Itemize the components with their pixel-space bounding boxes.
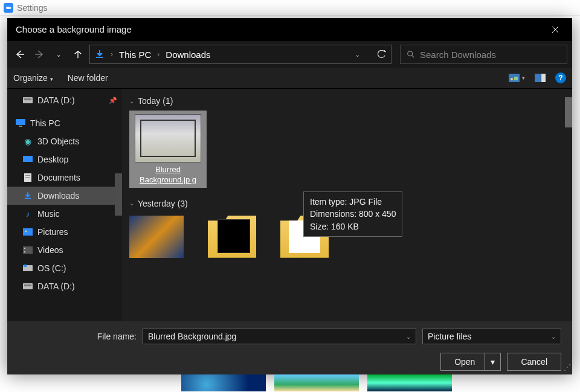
dialog-title-text: Choose a background image: [16, 24, 132, 34]
pin-icon: 📌: [109, 97, 117, 104]
svg-rect-6: [541, 74, 546, 82]
file-thumbnail: [135, 114, 201, 162]
svg-rect-9: [16, 119, 25, 125]
svg-point-17: [25, 231, 27, 233]
address-history-dropdown[interactable]: ⌄: [355, 51, 360, 59]
tooltip-size: Size: 160 KB: [310, 220, 396, 233]
tree-item-documents[interactable]: Documents: [7, 169, 122, 187]
svg-rect-8: [24, 98, 31, 100]
svg-point-3: [511, 78, 513, 80]
svg-rect-15: [25, 198, 31, 199]
resize-grip[interactable]: ⋰: [564, 364, 571, 371]
chevron-right-icon: ›: [111, 50, 113, 59]
downloads-icon: [23, 191, 33, 201]
cancel-button[interactable]: Cancel: [507, 353, 561, 371]
svg-rect-10: [19, 126, 22, 127]
breadcrumb-root[interactable]: This PC: [119, 50, 151, 60]
drive-icon: [23, 95, 33, 105]
file-name-label: Blurred Background.jp g: [132, 165, 204, 185]
svg-rect-16: [23, 228, 33, 236]
nav-back-button[interactable]: [12, 45, 28, 64]
preview-pane-button[interactable]: [535, 74, 546, 82]
tree-item-3d-objects[interactable]: ◉3D Objects: [7, 132, 122, 150]
svg-rect-20: [24, 251, 25, 252]
nav-up-button[interactable]: [70, 45, 86, 64]
search-placeholder: Search Downloads: [420, 50, 496, 60]
help-button[interactable]: ?: [555, 72, 566, 83]
svg-point-1: [408, 51, 413, 56]
folder-item[interactable]: [208, 216, 256, 258]
chevron-down-icon: ⌄: [551, 333, 556, 340]
documents-icon: [23, 173, 33, 182]
file-tooltip: Item type: JPG File Dimensions: 800 x 45…: [303, 191, 402, 237]
tree-scrollbar[interactable]: [115, 173, 122, 216]
this-pc-icon: [16, 118, 25, 128]
tree-item-music[interactable]: ♪Music: [7, 205, 122, 223]
settings-titlebar: Settings: [0, 0, 580, 16]
bg-thumb[interactable]: [367, 374, 452, 391]
downloads-icon: [95, 50, 105, 59]
tree-item-pinned[interactable]: DATA (D:) 📌: [7, 91, 122, 109]
tree-item-desktop[interactable]: Desktop: [7, 150, 122, 169]
cube-icon: ◉: [23, 137, 33, 146]
file-list: ⌄Today (1) Blurred Background.jp g Item …: [122, 89, 572, 321]
open-split-dropdown[interactable]: ▾: [485, 353, 500, 370]
svg-rect-18: [23, 246, 33, 254]
videos-icon: [23, 245, 33, 255]
open-button[interactable]: Open ▾: [440, 353, 501, 371]
close-button[interactable]: [547, 21, 564, 38]
refresh-button[interactable]: [378, 50, 386, 59]
search-input[interactable]: Search Downloads: [400, 45, 567, 64]
navigation-tree: DATA (D:) 📌 This PC ◉3D Objects Desktop …: [7, 89, 122, 321]
search-icon: [407, 50, 415, 59]
tree-item-videos[interactable]: Videos: [7, 241, 122, 259]
content-scrollbar[interactable]: [565, 97, 572, 127]
svg-rect-0: [96, 57, 103, 58]
desktop-icon: [23, 155, 33, 164]
dialog-titlebar: Choose a background image: [7, 18, 572, 41]
file-open-dialog: Choose a background image ⌄ › This PC: [7, 18, 572, 372]
tree-item-os-drive[interactable]: OS (C:): [7, 259, 122, 277]
bg-thumb[interactable]: [274, 374, 359, 391]
tree-item-this-pc[interactable]: This PC: [7, 114, 122, 132]
nav-forward-button[interactable]: [31, 45, 47, 64]
tree-item-downloads[interactable]: Downloads: [7, 187, 122, 205]
music-icon: ♪: [23, 209, 33, 219]
chevron-down-icon: ⌄: [129, 98, 134, 104]
svg-rect-11: [23, 156, 33, 162]
breadcrumb-leaf[interactable]: Downloads: [166, 50, 210, 60]
file-item-selected[interactable]: Blurred Background.jp g: [129, 111, 207, 188]
organize-menu[interactable]: Organize ▾: [13, 73, 53, 83]
group-header-today[interactable]: ⌄Today (1): [129, 96, 565, 106]
nav-recent-dropdown[interactable]: ⌄: [51, 45, 66, 64]
view-mode-dropdown[interactable]: ▾: [509, 74, 525, 82]
chevron-right-icon: ›: [157, 50, 160, 59]
tooltip-dimensions: Dimensions: 800 x 450: [310, 208, 396, 220]
chevron-down-icon: ⌄: [129, 200, 134, 207]
new-folder-button[interactable]: New folder: [68, 73, 108, 83]
filename-input[interactable]: Blurred Background.jpg ⌄: [143, 329, 416, 344]
tree-item-data-drive[interactable]: DATA (D:): [7, 277, 122, 295]
svg-rect-22: [24, 265, 27, 267]
settings-title-text: Settings: [17, 3, 48, 13]
bg-thumb[interactable]: [181, 374, 266, 391]
file-item[interactable]: [129, 216, 184, 258]
svg-rect-4: [514, 77, 518, 80]
tooltip-type: Item type: JPG File: [310, 196, 396, 208]
filetype-dropdown[interactable]: Picture files ⌄: [422, 329, 561, 344]
drive-icon: [23, 263, 33, 273]
svg-rect-5: [535, 74, 541, 82]
svg-rect-14: [25, 177, 30, 178]
address-bar[interactable]: › This PC › Downloads ⌄: [89, 45, 392, 64]
svg-rect-19: [24, 248, 25, 249]
pictures-icon: [23, 227, 33, 237]
tree-item-pictures[interactable]: Pictures: [7, 223, 122, 241]
zoom-app-icon: [4, 3, 13, 13]
svg-rect-13: [25, 175, 30, 176]
filename-label: File name:: [18, 332, 137, 341]
drive-icon: [23, 281, 33, 291]
background-thumbnails-strip: [181, 374, 452, 391]
chevron-down-icon[interactable]: ⌄: [406, 333, 411, 340]
svg-rect-24: [24, 284, 31, 286]
